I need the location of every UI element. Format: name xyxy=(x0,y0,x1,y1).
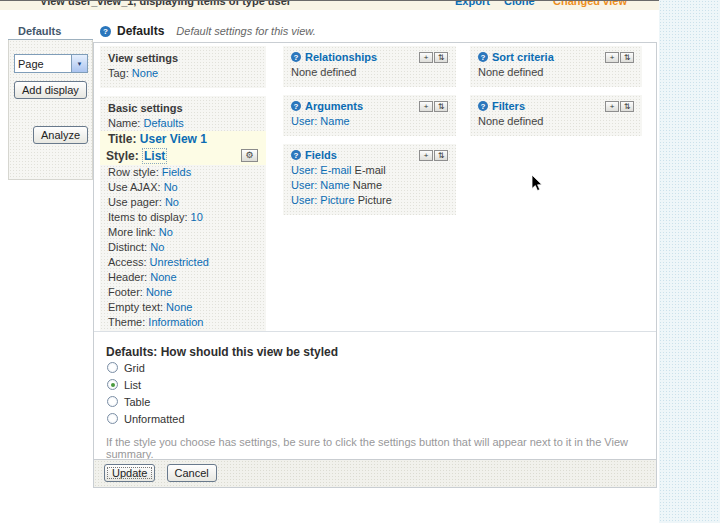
style-option-table[interactable]: Table xyxy=(107,393,656,410)
sort-criteria-box: ? Sort criteria + ⇅ None defined xyxy=(470,46,642,87)
setting-morelink-link[interactable]: No xyxy=(159,226,173,238)
column-settings: View settings Tag: None Basic settings N… xyxy=(100,46,266,345)
setting-theme-link[interactable]: Information xyxy=(148,316,203,328)
setting-distinct-link[interactable]: No xyxy=(150,241,164,253)
radio-table[interactable] xyxy=(107,396,118,407)
view-settings-box: View settings Tag: None xyxy=(100,46,266,88)
relationships-empty: None defined xyxy=(291,65,448,80)
rearrange-icon[interactable]: ⇅ xyxy=(434,101,448,112)
setting-row-morelink: More link: No xyxy=(108,225,258,240)
add-icon[interactable]: + xyxy=(605,52,619,63)
setting-pager-link[interactable]: No xyxy=(165,196,179,208)
setting-row-theme: Theme: Information xyxy=(108,315,258,330)
style-form-note: If the style you choose has settings, be… xyxy=(106,436,644,460)
field-link[interactable]: User: E-mail xyxy=(291,164,352,176)
setting-row-name: Name: Defaults xyxy=(108,116,258,131)
setting-header-link[interactable]: None xyxy=(150,271,176,283)
arguments-box: ? Arguments + ⇅ User: Name xyxy=(283,95,456,136)
setting-row-header: Header: None xyxy=(108,270,258,285)
setting-access-link[interactable]: Unrestricted xyxy=(150,256,209,268)
setting-emptytext-link[interactable]: None xyxy=(166,301,192,313)
fields-title-link[interactable]: Fields xyxy=(305,149,337,161)
filters-box: ? Filters + ⇅ None defined xyxy=(470,95,642,136)
rearrange-icon[interactable]: ⇅ xyxy=(434,52,448,63)
displays-sidebar: Defaults Page ▼ Add display Analyze xyxy=(8,22,93,180)
setting-rowstyle-link[interactable]: Fields xyxy=(162,166,191,178)
field-item: User: Picture Picture xyxy=(291,193,448,208)
chevron-down-icon: ▼ xyxy=(71,55,87,72)
help-icon[interactable]: ? xyxy=(100,26,111,37)
update-button[interactable]: Update xyxy=(104,464,155,482)
field-link[interactable]: User: Picture xyxy=(291,194,355,206)
setting-footer-link[interactable]: None xyxy=(146,286,172,298)
add-display-button[interactable]: Add display xyxy=(14,81,87,99)
rearrange-icon[interactable]: ⇅ xyxy=(620,52,634,63)
style-option-unformatted[interactable]: Unformatted xyxy=(107,410,656,427)
filters-title-link[interactable]: Filters xyxy=(492,100,525,112)
form-actions-bar: Update Cancel xyxy=(94,459,656,487)
display-type-value: Page xyxy=(15,58,71,70)
clone-link[interactable]: Clone xyxy=(504,0,535,7)
relationships-title-link[interactable]: Relationships xyxy=(305,51,377,63)
setting-row-pager: Use pager: No xyxy=(108,195,258,210)
sort-criteria-title-link[interactable]: Sort criteria xyxy=(492,51,554,63)
relationships-box: ? Relationships + ⇅ None defined xyxy=(283,46,456,87)
add-icon[interactable]: + xyxy=(419,101,433,112)
setting-row-footer: Footer: None xyxy=(108,285,258,300)
radio-list[interactable] xyxy=(107,379,118,390)
add-icon[interactable]: + xyxy=(419,150,433,161)
setting-style-link[interactable]: List xyxy=(142,148,167,164)
style-option-list[interactable]: List xyxy=(107,376,656,393)
setting-row-items: Items to display: 10 xyxy=(108,210,258,225)
setting-row-ajax: Use AJAX: No xyxy=(108,180,258,195)
view-summary-panel: View settings Tag: None Basic settings N… xyxy=(93,42,657,488)
tab-defaults[interactable]: Defaults xyxy=(8,22,93,40)
help-icon[interactable]: ? xyxy=(291,150,301,160)
display-header: ? Defaults Default settings for this vie… xyxy=(100,24,316,38)
setting-name-link[interactable]: Defaults xyxy=(143,117,183,129)
setting-row-rowstyle: Row style: Fields xyxy=(108,165,258,180)
setting-row-access: Access: Unrestricted xyxy=(108,255,258,270)
help-icon[interactable]: ? xyxy=(291,52,301,62)
style-option-grid[interactable]: Grid xyxy=(107,359,656,376)
display-type-select[interactable]: Page ▼ xyxy=(14,54,88,73)
view-title-bar: View user_view_1, displaying items of ty… xyxy=(0,0,659,10)
view-title: View user_view_1, displaying items of ty… xyxy=(40,0,291,7)
help-icon[interactable]: ? xyxy=(291,101,301,111)
basic-settings-box: Basic settings Name: Defaults Title: Use… xyxy=(100,96,266,337)
export-link[interactable]: Export xyxy=(455,0,490,7)
rearrange-icon[interactable]: ⇅ xyxy=(620,101,634,112)
filters-empty: None defined xyxy=(478,114,634,129)
add-icon[interactable]: + xyxy=(605,101,619,112)
rearrange-icon[interactable]: ⇅ xyxy=(434,150,448,161)
style-settings-gear-icon[interactable]: ⚙ xyxy=(241,149,258,162)
setting-items-link[interactable]: 10 xyxy=(191,211,203,223)
analyze-button[interactable]: Analyze xyxy=(33,126,88,144)
sidebar-body: Page ▼ Add display Analyze xyxy=(8,40,93,180)
setting-title-link[interactable]: User View 1 xyxy=(140,132,207,146)
setting-row-distinct: Distinct: No xyxy=(108,240,258,255)
page-background-strip xyxy=(659,0,720,523)
help-icon[interactable]: ? xyxy=(478,101,488,111)
argument-link[interactable]: User: Name xyxy=(291,115,350,127)
tag-value-link[interactable]: None xyxy=(132,67,158,79)
fields-box: ? Fields + ⇅ User: E-mail E-mail User: N… xyxy=(283,144,456,215)
changed-view-link[interactable]: Changed view xyxy=(553,0,627,7)
add-icon[interactable]: + xyxy=(419,52,433,63)
basic-settings-title: Basic settings xyxy=(108,101,258,116)
cancel-button[interactable]: Cancel xyxy=(167,464,217,482)
view-settings-title: View settings xyxy=(108,51,258,66)
field-item: User: Name Name xyxy=(291,178,448,193)
display-subtitle: Default settings for this view. xyxy=(176,25,315,37)
setting-ajax-link[interactable]: No xyxy=(164,181,178,193)
tag-label: Tag: xyxy=(108,67,129,79)
column-sort-filters: ? Sort criteria + ⇅ None defined ? Filte… xyxy=(470,46,642,144)
setting-row-empty: Empty text: None xyxy=(108,300,258,315)
style-form-heading: Defaults: How should this view be styled xyxy=(106,345,644,359)
field-item: User: E-mail E-mail xyxy=(291,163,448,178)
radio-unformatted[interactable] xyxy=(107,413,118,424)
radio-grid[interactable] xyxy=(107,362,118,373)
arguments-title-link[interactable]: Arguments xyxy=(305,100,363,112)
field-link[interactable]: User: Name xyxy=(291,179,350,191)
help-icon[interactable]: ? xyxy=(478,52,488,62)
